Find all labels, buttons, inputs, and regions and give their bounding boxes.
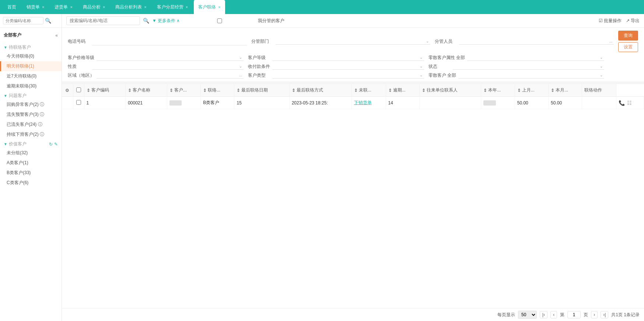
filter-region-dots: ... bbox=[239, 73, 242, 77]
nav-item-product-analysis[interactable]: 商品分析 × bbox=[78, 0, 109, 14]
my-customer-label: 我分管的客户 bbox=[258, 18, 284, 24]
row-checkbox[interactable] bbox=[76, 100, 81, 105]
sidebar-group-pending[interactable]: ▼ 待联络客户 bbox=[0, 43, 62, 51]
sidebar-group-value[interactable]: ▼ 价值客户 ↻ ✎ bbox=[0, 139, 62, 148]
sidebar-item-class-b[interactable]: B类客户(33) bbox=[0, 168, 62, 178]
value-edit-icon[interactable]: ✎ bbox=[54, 142, 58, 147]
filter-customer-level-select[interactable]: ⌄ bbox=[272, 54, 424, 61]
next-page-btn[interactable]: › bbox=[591, 311, 598, 318]
td-contact-person-blurred bbox=[483, 100, 496, 106]
export-btn[interactable]: ↗ 导出 bbox=[626, 18, 640, 24]
page-input[interactable] bbox=[567, 311, 581, 318]
nav-item-purchase[interactable]: 进货单 × bbox=[50, 0, 77, 14]
batch-op-btn[interactable]: ☑ 批量操作 bbox=[599, 18, 622, 24]
nav-close-product-analysis-list[interactable]: × bbox=[144, 5, 146, 9]
sidebar-group-problems[interactable]: ▼ 问题客户 bbox=[0, 91, 62, 100]
nav-item-home[interactable]: 首页 bbox=[3, 0, 21, 14]
nav-close-product-analysis[interactable]: × bbox=[103, 5, 105, 9]
per-page-select[interactable]: 50 20 100 bbox=[518, 311, 537, 319]
nav-item-customer-contact[interactable]: 客户联络 × bbox=[194, 0, 225, 14]
sidebar-item-class-c[interactable]: C类客户(6) bbox=[0, 178, 62, 188]
filter-price-level: 客户价格等级 ⌄ bbox=[68, 54, 244, 61]
nav-label-customer-tier: 客户分层经营 bbox=[157, 4, 183, 10]
filter-payment-select[interactable]: ⌄ bbox=[272, 63, 424, 70]
prev-page-btn[interactable]: ‹ bbox=[550, 311, 557, 318]
my-customer-filter[interactable]: 我分管的客户 bbox=[183, 18, 284, 24]
filter-person-select[interactable]: ... bbox=[459, 38, 614, 45]
more-filter-btn[interactable]: ▼ 更多条件 ∧ bbox=[152, 18, 180, 24]
th-contact-person-sort[interactable]: ⇕ bbox=[422, 88, 426, 93]
main-search-input[interactable] bbox=[66, 16, 140, 25]
th-check[interactable] bbox=[73, 84, 84, 97]
nav-close-sales[interactable]: × bbox=[42, 5, 44, 9]
td-overdue bbox=[419, 97, 481, 109]
nav-close-customer-tier[interactable]: × bbox=[186, 5, 188, 9]
th-this-year-sort[interactable]: ⇕ bbox=[483, 88, 487, 93]
sidebar-item-overdue[interactable]: 逾期未联络(30) bbox=[0, 81, 62, 91]
th-uncontacted-sort[interactable]: ⇕ bbox=[354, 88, 358, 93]
action-phone-icon[interactable]: 📞 bbox=[619, 100, 625, 106]
filter-person-dots: ... bbox=[609, 39, 612, 43]
nav-close-customer-contact[interactable]: × bbox=[218, 5, 220, 9]
th-type-sort[interactable]: ⇕ bbox=[169, 88, 173, 93]
sidebar-item-class-a[interactable]: A类客户(1) bbox=[0, 158, 62, 168]
content-area: 🔍 ▼ 更多条件 ∧ 我分管的客户 ☑ 批量操作 ↗ 导出 bbox=[62, 14, 644, 321]
sidebar-item-repurchase-anomaly[interactable]: 回购异常客户(2) ⓘ bbox=[0, 100, 62, 110]
sidebar-item-declining[interactable]: 持续下滑客户(2) ⓘ bbox=[0, 130, 62, 139]
sidebar-item-churned[interactable]: 已流失客户(24) ⓘ bbox=[0, 120, 62, 130]
th-code-sort[interactable]: ⇕ bbox=[87, 88, 90, 93]
filter-retail-attr: 零散客户属性 全部 ⌄ bbox=[428, 54, 604, 61]
select-all-checkbox[interactable] bbox=[76, 87, 81, 92]
nav-item-customer-tier[interactable]: 客户分层经营 × bbox=[153, 0, 192, 14]
sidebar-item-7days[interactable]: 近7天待联络(0) bbox=[0, 71, 62, 81]
sidebar-all-customers[interactable]: 全部客户 « bbox=[0, 30, 62, 41]
filter-nature-select[interactable]: ⌄ bbox=[92, 63, 244, 70]
filter-retail-select[interactable]: ⌄ bbox=[458, 72, 604, 79]
filter-retail-attr-select[interactable]: ⌄ bbox=[467, 54, 604, 61]
td-last-method-link[interactable]: 下销货单 bbox=[354, 100, 372, 105]
filter-phone-input[interactable] bbox=[92, 38, 247, 45]
th-this-month-sort[interactable]: ⇕ bbox=[551, 88, 554, 93]
nav-item-home-label: 首页 bbox=[7, 4, 16, 10]
th-settings[interactable]: ⚙ bbox=[62, 84, 73, 97]
td-last-method[interactable]: 下销货单 bbox=[351, 97, 386, 109]
nav-item-product-analysis-list[interactable]: 商品分析列表 × bbox=[111, 0, 151, 14]
filter-customer-type-select[interactable]: ⌄ bbox=[272, 72, 424, 79]
th-last-month-sort[interactable]: ⇕ bbox=[517, 88, 521, 93]
th-last-method-sort[interactable]: ⇕ bbox=[292, 88, 295, 93]
sidebar-search-icon[interactable]: 🔍 bbox=[45, 18, 51, 24]
sidebar-group-pending-label: 待联络客户 bbox=[9, 44, 31, 51]
filter-dept-select[interactable]: ⌄ bbox=[276, 38, 430, 45]
filter-price-level-chevron: ⌄ bbox=[239, 55, 242, 59]
toolbar-right: ☑ 批量操作 ↗ 导出 bbox=[599, 18, 640, 24]
pagination-bar: 每页显示 50 20 100 |‹ ‹ 第 页 › ›| 共1页 1条记录 bbox=[62, 308, 644, 321]
sidebar-search-input[interactable] bbox=[3, 17, 43, 24]
sidebar-item-ungrouped[interactable]: 未分组(32) bbox=[0, 148, 62, 158]
th-contacts-sort[interactable]: ⇕ bbox=[203, 88, 207, 93]
th-overdue-sort[interactable]: ⇕ bbox=[388, 88, 392, 93]
my-customer-checkbox[interactable] bbox=[183, 18, 256, 23]
query-button[interactable]: 查询 bbox=[618, 31, 638, 41]
th-last-month-label: 上月... bbox=[522, 87, 535, 93]
reset-button[interactable]: 设置 bbox=[618, 42, 638, 52]
value-refresh-icon[interactable]: ↻ bbox=[49, 142, 53, 147]
th-last-date-sort[interactable]: ⇕ bbox=[237, 88, 240, 93]
filter-price-level-select[interactable]: ⌄ bbox=[97, 54, 244, 61]
td-check[interactable] bbox=[73, 97, 84, 109]
nav-close-purchase[interactable]: × bbox=[70, 5, 72, 9]
filter-retail-chevron: ⌄ bbox=[600, 73, 603, 77]
th-name-sort[interactable]: ⇕ bbox=[128, 88, 132, 93]
sidebar-item-churn-warning[interactable]: 流失预警客户(3) ⓘ bbox=[0, 110, 62, 120]
main-search-icon[interactable]: 🔍 bbox=[143, 18, 149, 24]
filter-region-select[interactable]: ... bbox=[97, 72, 244, 79]
filter-status-select[interactable]: ⌄ bbox=[453, 63, 604, 70]
sidebar-item-tomorrow[interactable]: 明天待联络(1) bbox=[0, 61, 62, 71]
filter-retail: 零散客户 全部 ⌄ bbox=[428, 72, 604, 79]
action-grid-icon[interactable]: ☷ bbox=[627, 100, 632, 106]
sidebar-item-today[interactable]: 今天待联络(0) bbox=[0, 51, 62, 61]
filter-person: 分管人员 ... bbox=[435, 38, 614, 45]
nav-item-sales[interactable]: 销货单 × bbox=[22, 0, 49, 14]
sidebar-collapse-icon: « bbox=[55, 33, 58, 38]
first-page-btn[interactable]: |‹ bbox=[540, 311, 547, 318]
last-page-btn[interactable]: ›| bbox=[601, 311, 608, 318]
